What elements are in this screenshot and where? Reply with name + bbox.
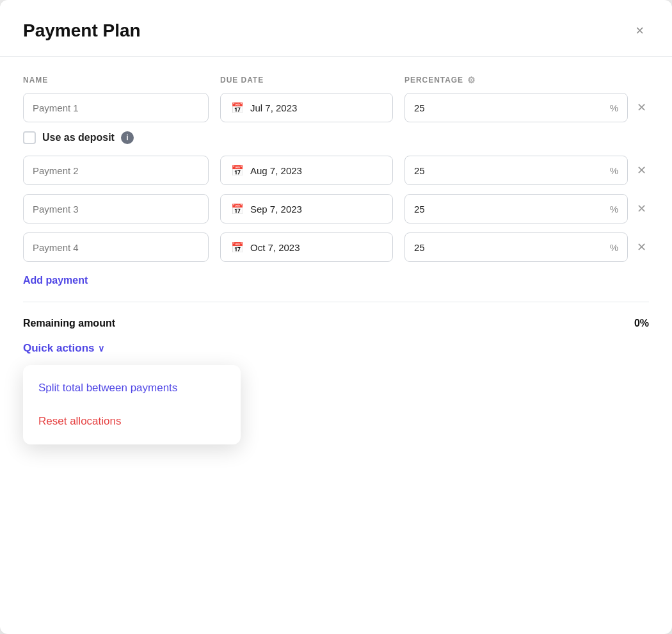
section-divider xyxy=(23,302,649,302)
payment-3-percentage-input[interactable] xyxy=(414,204,610,215)
payment-2-date-button[interactable]: 📅 Aug 7, 2023 xyxy=(220,156,393,185)
payment-3-delete-button[interactable]: ✕ xyxy=(634,200,649,217)
add-payment-button[interactable]: Add payment xyxy=(23,275,88,286)
quick-actions-button[interactable]: Quick actions ∨ xyxy=(23,342,104,355)
remaining-amount-label: Remaining amount xyxy=(23,318,115,329)
payment-3-date-button[interactable]: 📅 Sep 7, 2023 xyxy=(220,194,393,224)
gear-icon[interactable]: ⚙ xyxy=(467,75,476,85)
calendar-icon: 📅 xyxy=(231,102,244,114)
payment-4-delete-button[interactable]: ✕ xyxy=(634,239,649,256)
remaining-amount-value: 0% xyxy=(634,318,649,329)
payment-4-date-value: Oct 7, 2023 xyxy=(250,242,300,253)
column-header-percentage: PERCENTAGE ⚙ xyxy=(404,75,649,85)
column-header-name: NAME xyxy=(23,76,209,85)
deposit-label: Use as deposit xyxy=(42,132,115,143)
info-icon[interactable]: i xyxy=(121,131,134,144)
chevron-down-icon: ∨ xyxy=(98,343,104,354)
calendar-icon: 📅 xyxy=(231,203,244,215)
payment-row-4: 📅 Oct 7, 2023 % ✕ xyxy=(23,232,649,262)
payment-3-name-input[interactable] xyxy=(23,194,209,224)
payment-1-percentage-input[interactable] xyxy=(414,102,610,113)
payment-2-percentage-wrapper: % ✕ xyxy=(404,156,649,185)
payment-3-date-value: Sep 7, 2023 xyxy=(250,204,302,215)
remaining-amount-row: Remaining amount 0% xyxy=(23,318,649,329)
quick-actions-label: Quick actions xyxy=(23,342,94,355)
split-total-button[interactable]: Split total between payments xyxy=(23,371,241,405)
payment-row-3: 📅 Sep 7, 2023 % ✕ xyxy=(23,194,649,224)
modal-header: Payment Plan × xyxy=(0,0,672,57)
payment-1-percentage-wrapper: % ✕ xyxy=(404,93,649,122)
column-header-due-date: DUE DATE xyxy=(220,76,393,85)
calendar-icon: 📅 xyxy=(231,241,244,254)
payment-3-percentage-input-wrap: % xyxy=(404,194,628,224)
payment-2-delete-button[interactable]: ✕ xyxy=(634,162,649,179)
payment-1-name-input[interactable] xyxy=(23,93,209,122)
payment-2-name-input[interactable] xyxy=(23,156,209,185)
payment-2-percentage-input[interactable] xyxy=(414,165,610,176)
quick-actions-row: Quick actions ∨ Split total between paym… xyxy=(23,342,649,355)
payment-1-date-value: Jul 7, 2023 xyxy=(250,102,297,113)
calendar-icon: 📅 xyxy=(231,165,244,177)
modal-body: NAME DUE DATE PERCENTAGE ⚙ 📅 Jul 7, 2023… xyxy=(0,57,672,355)
payment-3-percentage-wrapper: % ✕ xyxy=(404,194,649,224)
percent-symbol: % xyxy=(610,242,618,253)
payment-4-date-button[interactable]: 📅 Oct 7, 2023 xyxy=(220,232,393,262)
payment-1-date-button[interactable]: 📅 Jul 7, 2023 xyxy=(220,93,393,122)
payment-4-percentage-input[interactable] xyxy=(414,242,610,253)
column-headers: NAME DUE DATE PERCENTAGE ⚙ xyxy=(23,75,649,85)
close-button[interactable]: × xyxy=(630,21,649,40)
quick-actions-dropdown: Split total between payments Reset alloc… xyxy=(23,365,241,444)
percent-symbol: % xyxy=(610,102,618,113)
payment-2-percentage-input-wrap: % xyxy=(404,156,628,185)
deposit-row: Use as deposit i xyxy=(23,131,649,144)
percent-symbol: % xyxy=(610,165,618,176)
modal-title: Payment Plan xyxy=(23,20,141,41)
payment-row-1: 📅 Jul 7, 2023 % ✕ xyxy=(23,93,649,122)
payment-row-2: 📅 Aug 7, 2023 % ✕ xyxy=(23,156,649,185)
payment-1-percentage-input-wrap: % xyxy=(404,93,628,122)
reset-allocations-button[interactable]: Reset allocations xyxy=(23,405,241,438)
percent-symbol: % xyxy=(610,204,618,215)
payment-4-percentage-input-wrap: % xyxy=(404,232,628,262)
payment-4-percentage-wrapper: % ✕ xyxy=(404,232,649,262)
payment-2-date-value: Aug 7, 2023 xyxy=(250,165,302,176)
deposit-checkbox[interactable] xyxy=(23,131,36,144)
payment-1-delete-button[interactable]: ✕ xyxy=(634,99,649,116)
payment-plan-modal: Payment Plan × NAME DUE DATE PERCENTAGE … xyxy=(0,0,672,634)
payment-4-name-input[interactable] xyxy=(23,232,209,262)
